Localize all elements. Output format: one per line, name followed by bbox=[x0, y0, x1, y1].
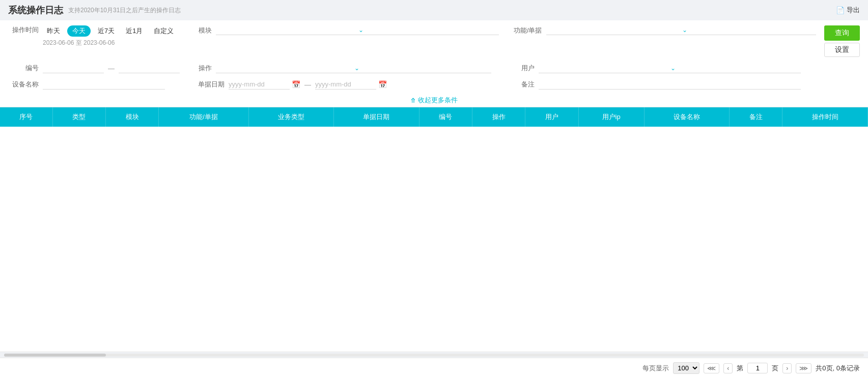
time-label: 操作时间 bbox=[8, 25, 39, 35]
number-end-input[interactable] bbox=[119, 63, 180, 73]
time-btn-custom[interactable]: 自定义 bbox=[150, 25, 178, 37]
page-subtitle: 支持2020年10月31日之后产生的操作日志 bbox=[68, 6, 181, 15]
query-button[interactable]: 查询 bbox=[824, 25, 860, 41]
time-btn-yesterday[interactable]: 昨天 bbox=[43, 25, 64, 37]
col-doc-date: 单据日期 bbox=[334, 107, 419, 127]
col-user: 用户 bbox=[525, 107, 578, 127]
doc-date-end-input[interactable] bbox=[315, 79, 376, 90]
module-select[interactable]: ⌄ bbox=[216, 25, 499, 35]
next-page-button[interactable]: › bbox=[782, 363, 792, 373]
device-label: 设备名称 bbox=[8, 80, 39, 89]
col-user-ip: 用户ip bbox=[578, 107, 644, 127]
per-page-select[interactable]: 100 50 200 bbox=[673, 362, 699, 374]
number-start-input[interactable] bbox=[43, 63, 104, 73]
module-label: 模块 bbox=[191, 26, 212, 35]
col-biz-type: 业务类型 bbox=[248, 107, 333, 127]
user-label: 用户 bbox=[501, 64, 535, 73]
page-title: 系统操作日志 bbox=[8, 4, 63, 16]
doc-date-label: 单据日期 bbox=[191, 80, 225, 89]
export-icon: 📄 bbox=[836, 6, 845, 14]
collapse-label: 收起更多条件 bbox=[418, 96, 458, 105]
data-table-container: 序号 类型 模块 功能/单据 业务类型 单据日期 编号 操作 用户 用户ip 设… bbox=[0, 107, 868, 352]
module-chevron-icon: ⌄ bbox=[358, 26, 499, 34]
per-page-label: 每页显示 bbox=[642, 364, 669, 373]
remark-label: 备注 bbox=[501, 80, 535, 89]
number-label: 编号 bbox=[8, 64, 39, 73]
export-label: 导出 bbox=[847, 6, 860, 15]
col-op-time: 操作时间 bbox=[782, 107, 868, 127]
scroll-track bbox=[4, 354, 864, 357]
col-device: 设备名称 bbox=[644, 107, 729, 127]
operation-select[interactable]: ⌄ bbox=[216, 64, 491, 73]
user-select[interactable]: ⌄ bbox=[539, 64, 801, 73]
col-function: 功能/单据 bbox=[159, 107, 248, 127]
page-suffix: 页 bbox=[772, 364, 778, 373]
col-remark: 备注 bbox=[730, 107, 782, 127]
last-page-button[interactable]: ⋙ bbox=[796, 363, 811, 373]
doc-date-start-input[interactable] bbox=[229, 79, 290, 90]
time-btn-today[interactable]: 今天 bbox=[67, 25, 91, 37]
collapse-button[interactable]: ⤊ 收起更多条件 bbox=[410, 96, 458, 105]
col-type: 类型 bbox=[52, 107, 105, 127]
function-select[interactable]: ⌄ bbox=[546, 25, 817, 35]
collapse-icon: ⤊ bbox=[410, 97, 416, 104]
device-input[interactable] bbox=[43, 79, 165, 90]
doc-date-dash: — bbox=[304, 81, 311, 89]
function-chevron-icon: ⌄ bbox=[682, 26, 816, 34]
table-header-row: 序号 类型 模块 功能/单据 业务类型 单据日期 编号 操作 用户 用户ip 设… bbox=[0, 107, 868, 127]
page-number-input[interactable] bbox=[747, 363, 768, 373]
col-number: 编号 bbox=[419, 107, 472, 127]
scroll-thumb bbox=[4, 354, 106, 357]
col-module: 模块 bbox=[106, 107, 159, 127]
export-button[interactable]: 📄 导出 bbox=[836, 6, 860, 15]
function-label: 功能/单据 bbox=[509, 26, 542, 35]
remark-input[interactable] bbox=[539, 79, 801, 90]
time-range: 2023-06-06 至 2023-06-06 bbox=[43, 39, 178, 47]
first-page-button[interactable]: ⋘ bbox=[704, 363, 719, 373]
calendar-start-icon[interactable]: 📅 bbox=[292, 80, 300, 89]
time-btn-1month[interactable]: 近1月 bbox=[122, 25, 147, 37]
page-label: 第 bbox=[737, 364, 743, 373]
user-chevron-icon: ⌄ bbox=[670, 65, 801, 72]
col-operation: 操作 bbox=[472, 107, 525, 127]
scroll-bar-area[interactable] bbox=[0, 352, 868, 358]
number-dash: — bbox=[108, 65, 115, 72]
total-info: 共0页, 0条记录 bbox=[816, 364, 860, 373]
calendar-end-icon[interactable]: 📅 bbox=[378, 80, 387, 89]
pagination-bar: 每页显示 100 50 200 ⋘ ‹ 第 页 › ⋙ 共0页, 0条记录 bbox=[0, 358, 868, 378]
time-btn-7days[interactable]: 近7天 bbox=[94, 25, 119, 37]
operation-chevron-icon: ⌄ bbox=[354, 65, 491, 72]
prev-page-button[interactable]: ‹ bbox=[723, 363, 733, 373]
data-table: 序号 类型 模块 功能/单据 业务类型 单据日期 编号 操作 用户 用户ip 设… bbox=[0, 107, 868, 127]
settings-button[interactable]: 设置 bbox=[824, 43, 860, 57]
operation-label: 操作 bbox=[191, 64, 212, 73]
col-index: 序号 bbox=[0, 107, 52, 127]
